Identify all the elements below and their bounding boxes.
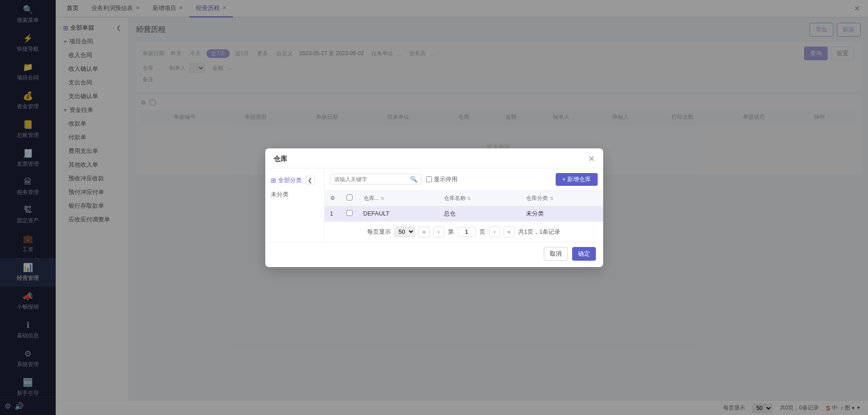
wh-col-category: 仓库分类 ⇅	[521, 191, 603, 206]
dialog-pagination: 每页显示 50 « ‹ 第 页 › » 共1页，1条记录	[325, 221, 603, 242]
dialog-per-page-select[interactable]: 50	[395, 226, 415, 237]
wh-row-index: 1	[325, 206, 341, 221]
dialog-close-btn[interactable]: ✕	[588, 155, 595, 163]
wh-row-checkbox[interactable]	[347, 210, 352, 216]
warehouse-table: ⚙ 仓库... ⇅ 仓库名称	[325, 191, 603, 221]
dialog-confirm-btn[interactable]: 确定	[572, 247, 596, 261]
category-uncategorized[interactable]: 未分类	[265, 188, 324, 201]
show-disabled-checkbox[interactable]	[426, 176, 432, 182]
dialog-footer: 取消 确定	[265, 242, 603, 267]
dialog-per-page-label: 每页显示	[367, 228, 391, 236]
dialog-page-suffix: 页	[479, 228, 485, 236]
search-input[interactable]	[334, 176, 407, 183]
category-all-label: 全部分类	[278, 176, 302, 184]
dialog-page-label: 第	[448, 228, 454, 236]
dialog-body: ⊞ 全部分类 ❮ 未分类 🔍 显示停用	[265, 168, 603, 242]
show-disabled-label[interactable]: 显示停用	[426, 175, 458, 184]
wh-select-all[interactable]	[347, 194, 352, 200]
dialog-last-page-btn[interactable]: »	[504, 226, 515, 237]
wh-col-code: 仓库... ⇅	[358, 191, 438, 206]
category-uncategorized-label: 未分类	[271, 191, 289, 198]
dialog-next-page-btn[interactable]: ›	[489, 226, 500, 237]
search-box: 🔍	[330, 174, 421, 184]
collapse-btn[interactable]: ❮	[305, 176, 315, 185]
dialog-header: 仓库 ✕	[265, 148, 603, 168]
wh-row-category: 未分类	[521, 206, 603, 221]
dialog-first-page-btn[interactable]: «	[419, 226, 430, 237]
category-panel: ⊞ 全部分类 ❮ 未分类	[265, 168, 325, 242]
search-icon[interactable]: 🔍	[410, 176, 417, 183]
add-warehouse-btn[interactable]: + 新增仓库	[556, 173, 597, 186]
wh-settings-icon[interactable]: ⚙	[330, 195, 335, 201]
wh-row-name: 总仓	[438, 206, 521, 221]
wh-category-sort-icon[interactable]: ⇅	[550, 196, 553, 201]
wh-col-settings: ⚙	[325, 191, 341, 206]
dialog-page-input[interactable]	[458, 227, 476, 236]
dialog-title: 仓库	[274, 155, 287, 163]
dialog-total-label: 共1页，1条记录	[518, 228, 560, 236]
warehouse-panel: 🔍 显示停用 + 新增仓库 ⚙	[325, 168, 603, 242]
wh-row-code: DEFAULT	[358, 206, 438, 221]
wh-code-sort-icon[interactable]: ⇅	[380, 196, 384, 201]
table-row[interactable]: 1 DEFAULT 总仓 未分类	[325, 206, 603, 221]
warehouse-dialog: 仓库 ✕ ⊞ 全部分类 ❮ 未分类	[265, 148, 603, 267]
wh-col-name: 仓库名称 ⇅	[438, 191, 521, 206]
wh-row-check	[341, 206, 358, 221]
warehouse-toolbar: 🔍 显示停用 + 新增仓库	[325, 168, 603, 191]
category-all[interactable]: ⊞ 全部分类 ❮	[265, 173, 324, 188]
dialog-prev-page-btn[interactable]: ‹	[433, 226, 444, 237]
wh-col-check	[341, 191, 358, 206]
dialog-cancel-btn[interactable]: 取消	[544, 247, 568, 261]
warehouse-table-container: ⚙ 仓库... ⇅ 仓库名称	[325, 191, 603, 221]
wh-name-sort-icon[interactable]: ⇅	[467, 196, 471, 201]
dialog-overlay: 仓库 ✕ ⊞ 全部分类 ❮ 未分类	[0, 0, 868, 415]
grid-icon: ⊞	[271, 177, 276, 184]
